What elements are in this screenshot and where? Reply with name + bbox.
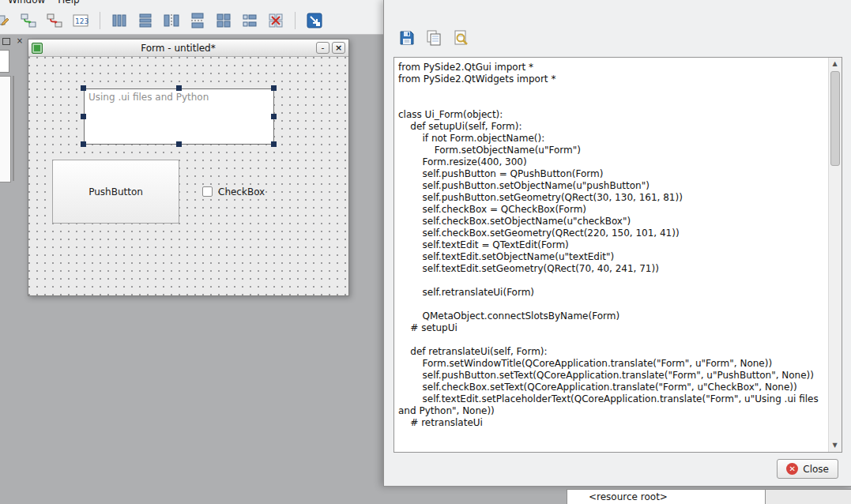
code-line: # setupUi [398, 322, 829, 334]
resource-panel-fragment [766, 489, 851, 504]
form-window-title: Form - untitled* [43, 43, 314, 54]
layout-vertical-icon[interactable] [136, 11, 155, 30]
code-line: self.checkBox.setGeometry(QRect(220, 150… [398, 228, 829, 239]
edit-widgets-icon[interactable] [0, 11, 12, 30]
dock-close-icon[interactable]: × [15, 36, 24, 46]
layout-grid-icon[interactable] [214, 11, 233, 30]
code-line [398, 334, 829, 346]
selection-handle[interactable] [271, 114, 277, 119]
code-line: and Python", None)) [398, 405, 829, 417]
adjust-size-icon[interactable] [305, 11, 324, 30]
layout-vertical-splitter-icon[interactable] [188, 11, 207, 30]
selection-handle[interactable] [271, 141, 277, 147]
textedit-widget[interactable]: Using .ui files and Python [84, 88, 274, 145]
dock-titlebar-buttons: × [2, 36, 24, 46]
edit-tab-order-icon[interactable]: 123 [71, 11, 90, 30]
dock-float-icon[interactable] [2, 36, 11, 46]
edit-signals-slots-icon[interactable] [19, 11, 38, 30]
checkbox-label: CheckBox [218, 186, 265, 197]
selection-handle[interactable] [81, 114, 86, 119]
toolbar-separator [295, 12, 296, 29]
code-line: self.checkBox.setText(QCoreApplication.t… [398, 382, 829, 393]
scroll-up-icon[interactable]: ▲ [829, 58, 841, 70]
layout-horizontal-splitter-icon[interactable] [162, 11, 181, 30]
layout-horizontal-icon[interactable] [110, 11, 129, 30]
code-text-area[interactable]: from PySide2.QtGui import *from PySide2.… [394, 58, 829, 452]
code-line: self.pushButton = QPushButton(Form) [398, 168, 829, 180]
code-line: def retranslateUi(self, Form): [398, 346, 829, 358]
code-line: self.textEdit.setGeometry(QRect(70, 40, … [398, 263, 829, 275]
code-line: self.pushButton.setText(QCoreApplication… [398, 370, 829, 382]
widgetbox-scrollbar[interactable] [13, 76, 14, 181]
form-window-titlebar[interactable]: Form - untitled* - × [28, 39, 348, 57]
code-line: if not Form.objectName(): [398, 133, 829, 145]
layout-form-icon[interactable] [240, 11, 259, 30]
checkbox-indicator[interactable] [202, 186, 213, 197]
code-line: self.pushButton.setGeometry(QRect(30, 13… [398, 192, 829, 204]
code-line: from PySide2.QtWidgets import * [398, 73, 829, 85]
scroll-down-icon[interactable]: ▼ [829, 440, 841, 451]
code-line: self.checkBox.setObjectName(u"checkBox") [398, 216, 829, 228]
code-dialog-toolbar [397, 28, 470, 47]
widgetbox-panel-fragment [0, 76, 11, 182]
selection-handle[interactable] [176, 141, 182, 147]
find-icon[interactable] [451, 28, 470, 47]
code-line: QMetaObject.connectSlotsByName(Form) [398, 310, 829, 322]
code-line: def setupUi(self, Form): [398, 121, 829, 133]
widgetbox-filter-input[interactable] [0, 50, 9, 73]
code-line [398, 275, 829, 287]
form-minimize-button[interactable]: - [316, 42, 329, 54]
code-line: Form.resize(400, 300) [398, 156, 829, 168]
checkbox-widget[interactable]: CheckBox [202, 175, 282, 208]
code-line: self.retranslateUi(Form) [398, 287, 829, 299]
code-line: self.textEdit.setPlaceholderText(QCoreAp… [398, 393, 829, 405]
menu-help[interactable]: Help [58, 0, 79, 6]
form-window-icon [32, 43, 43, 54]
pushbutton-widget[interactable]: PushButton [52, 160, 179, 224]
main-toolbar: 123 [0, 7, 383, 35]
break-layout-icon[interactable] [266, 11, 285, 30]
selection-handle[interactable] [271, 85, 277, 91]
copy-icon[interactable] [424, 28, 443, 47]
close-x-icon: ✕ [786, 463, 798, 475]
scrollbar-thumb[interactable] [830, 71, 840, 166]
code-line [398, 97, 829, 109]
selection-handle[interactable] [81, 141, 86, 147]
toolbar-separator [100, 12, 100, 29]
code-line: from PySide2.QtGui import * [398, 62, 829, 73]
form-designer-window: Form - untitled* - × Using .ui files and… [28, 39, 349, 296]
code-line: Form.setObjectName(u"Form") [398, 145, 829, 156]
code-frame: from PySide2.QtGui import *from PySide2.… [393, 57, 842, 453]
selection-handle[interactable] [81, 85, 86, 91]
code-line: self.textEdit = QTextEdit(Form) [398, 239, 829, 251]
code-line: self.pushButton.setObjectName(u"pushButt… [398, 180, 829, 192]
code-scrollbar[interactable]: ▲ ▼ [828, 58, 842, 452]
code-line: self.checkBox = QCheckBox(Form) [398, 204, 829, 216]
selection-handle[interactable] [176, 85, 182, 91]
code-preview-dialog: from PySide2.QtGui import *from PySide2.… [383, 0, 851, 487]
code-line [398, 85, 829, 97]
close-button[interactable]: ✕ Close [777, 459, 838, 479]
close-button-label: Close [803, 464, 829, 475]
save-icon[interactable] [397, 28, 416, 47]
textedit-placeholder: Using .ui files and Python [85, 89, 273, 105]
edit-buddies-icon[interactable] [45, 11, 64, 30]
code-line: # retranslateUi [398, 417, 829, 429]
menubar: Window Help [0, 0, 383, 7]
code-line: self.textEdit.setObjectName(u"textEdit") [398, 251, 829, 263]
resource-root-item[interactable]: <resource root> [567, 489, 766, 504]
code-line: Form.setWindowTitle(QCoreApplication.tra… [398, 358, 829, 370]
code-line [398, 299, 829, 310]
menu-window[interactable]: Window [8, 0, 45, 6]
form-canvas[interactable]: Using .ui files and Python PushButton Ch… [28, 57, 348, 295]
svg-text:123: 123 [75, 17, 88, 25]
form-close-button[interactable]: × [332, 42, 345, 54]
code-line: class Ui_Form(object): [398, 109, 829, 121]
